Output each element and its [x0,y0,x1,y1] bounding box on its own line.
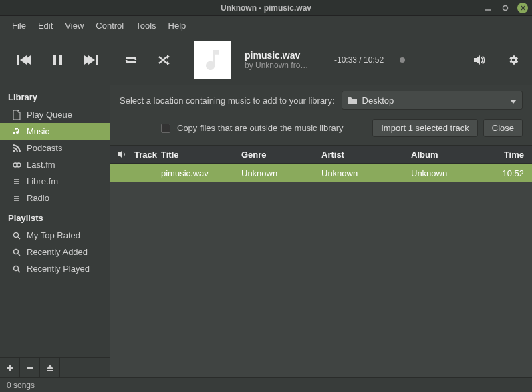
sidebar-item-label: Libre.fm [27,176,58,186]
svg-rect-5 [53,55,56,65]
playlist-item-recently-added[interactable]: Recently Added [0,244,110,260]
shuffle-button[interactable] [151,47,178,73]
cell-title: pimusic.wav [161,168,241,178]
svg-line-27 [18,254,20,256]
sidebar-actions [0,357,110,377]
list-icon [12,178,21,186]
table-row[interactable]: pimusic.wav Unknown Unknown Unknown 10:5… [110,164,532,182]
search-icon [12,248,21,256]
track-title: pimusic.wav [245,50,325,61]
sidebar-item-label: Play Queue [27,110,72,120]
volume-button[interactable] [467,47,493,73]
cell-artist: Unknown [321,168,411,178]
lastfm-icon [12,161,21,169]
track-info: pimusic.wav by Unknown fro… [245,50,325,70]
playlists-header: Playlists [0,206,110,227]
import-location-bar: Select a location containing music to ad… [110,85,532,115]
minimize-button[interactable] [483,3,493,13]
copy-files-label: Copy files that are outside the music li… [177,123,344,133]
pause-button[interactable] [44,47,71,73]
rss-icon [12,144,21,152]
progress-indicator[interactable] [400,57,405,63]
add-playlist-button[interactable] [0,358,20,378]
svg-point-15 [13,150,15,152]
next-button[interactable] [78,47,104,73]
svg-rect-34 [47,370,53,371]
previous-button[interactable] [11,47,37,73]
svg-marker-12 [167,55,170,59]
chevron-down-icon [510,95,517,106]
playlist-item-top-rated[interactable]: My Top Rated [0,227,110,244]
svg-marker-36 [118,150,122,158]
cell-genre: Unknown [241,168,321,178]
sidebar-item-label: Music [27,126,49,136]
sidebar-item-music[interactable]: Music [0,123,110,140]
svg-point-24 [14,232,19,237]
location-dropdown[interactable]: Desktop [342,91,523,110]
menu-edit[interactable]: Edit [33,18,58,33]
settings-button[interactable] [500,47,527,73]
col-genre[interactable]: Genre [241,150,321,160]
col-time[interactable]: Time [499,150,532,160]
col-album[interactable]: Album [411,150,478,160]
repeat-button[interactable] [118,47,144,73]
menubar: File Edit View Control Tools Help [0,16,532,35]
search-icon [12,265,21,273]
svg-rect-9 [96,55,98,65]
sidebar-item-label: Recently Played [27,264,90,274]
folder-icon [348,96,357,104]
status-bar: 0 songs [0,377,532,392]
track-byline: by Unknown fro… [245,61,325,70]
cell-album: Unknown [411,168,478,178]
remove-playlist-button[interactable] [20,358,40,378]
list-icon [12,194,21,202]
cell-time: 10:52 [499,168,532,178]
sidebar-item-label: Recently Added [27,247,88,257]
maximize-button[interactable] [500,3,511,13]
track-table: Track Title Genre Artist Album Time pimu… [110,145,532,377]
copy-files-checkbox[interactable] [161,124,170,133]
time-total: 10:52 [364,55,384,65]
close-import-button[interactable]: Close [483,119,523,137]
sidebar-item-play-queue[interactable]: Play Queue [0,106,110,123]
status-text: 0 songs [7,381,35,390]
player-toolbar: pimusic.wav by Unknown fro… -10:33 / 10:… [0,35,532,85]
sidebar-item-label: Podcasts [27,143,62,153]
menu-help[interactable]: Help [163,18,192,33]
search-icon [12,232,21,240]
svg-marker-35 [510,100,517,104]
location-value: Desktop [362,95,394,106]
playlist-item-recently-played[interactable]: Recently Played [0,260,110,277]
main-content: Select a location containing music to ad… [110,85,532,377]
sidebar-item-librefm[interactable]: Libre.fm [0,173,110,190]
music-icon [12,128,21,136]
close-button[interactable]: ✕ [517,3,528,13]
sidebar-item-label: My Top Rated [27,230,80,240]
svg-point-28 [14,266,19,270]
sidebar: Library Play Queue Music Podcasts Last.f… [0,85,110,377]
sidebar-item-radio[interactable]: Radio [0,190,110,206]
svg-line-25 [18,237,20,239]
import-prompt: Select a location containing music to ad… [120,95,335,106]
import-button[interactable]: Import 1 selected track [372,119,478,137]
menu-file[interactable]: File [7,18,31,33]
col-title[interactable]: Title [161,150,241,160]
menu-tools[interactable]: Tools [130,18,161,33]
sidebar-item-podcasts[interactable]: Podcasts [0,140,110,156]
svg-line-29 [18,270,20,272]
sidebar-item-lastfm[interactable]: Last.fm [0,156,110,173]
svg-marker-33 [47,365,53,369]
time-elapsed: -10:33 [334,55,357,65]
sidebar-item-label: Last.fm [27,160,55,170]
col-track[interactable]: Track [134,150,161,160]
speaker-icon[interactable] [110,150,134,158]
doc-icon [12,110,21,120]
eject-button[interactable] [40,358,60,378]
window-controls: ✕ [483,0,528,16]
menu-control[interactable]: Control [90,18,129,33]
col-artist[interactable]: Artist [321,150,411,160]
svg-marker-14 [474,55,480,65]
time-display: -10:33 / 10:52 [334,55,384,65]
svg-marker-13 [167,61,170,65]
menu-view[interactable]: View [59,18,89,33]
